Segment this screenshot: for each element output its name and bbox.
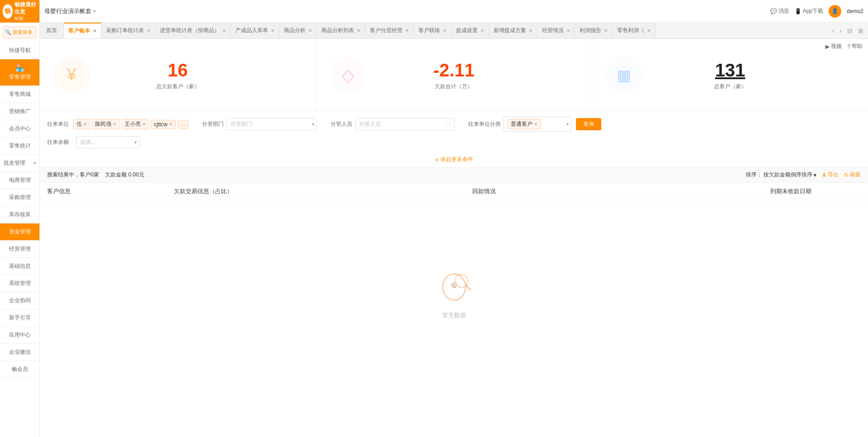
tab-close-product-analysis-list[interactable]: ✕ xyxy=(357,28,360,33)
tab-scroll-right[interactable]: › xyxy=(838,26,844,35)
tab-stock-stats[interactable]: 进货单统计表（按商品） ✕ xyxy=(155,23,231,39)
tab-close-biz-status[interactable]: ✕ xyxy=(566,28,570,33)
tab-product-analysis-list[interactable]: 商品分析列表 ✕ xyxy=(317,23,365,39)
total-customers-label: 总客户（家） xyxy=(714,83,747,90)
app-download-button[interactable]: 📱 App下载 xyxy=(795,7,823,15)
close-tag-wang[interactable]: ✕ xyxy=(142,122,146,127)
empty-illustration: 🔍 xyxy=(432,262,477,308)
col-repayment: 回款情况 xyxy=(472,187,771,195)
collapse-icon: ∧ xyxy=(435,157,439,163)
sidebar-item-wholesale-mgmt[interactable]: 批发管理▾ xyxy=(0,155,39,172)
sidebar-item-marketing[interactable]: 营销推广 xyxy=(0,103,39,120)
tab-profit-report[interactable]: 利润报告 ✕ xyxy=(575,23,613,39)
table-empty-state: 🔍 暂无数据 xyxy=(40,200,868,381)
tab-customer-segment[interactable]: 客户分层经营 ✕ xyxy=(365,23,414,39)
account-selector[interactable]: 母婴行业演示帐套 ▾ xyxy=(44,7,96,15)
stat-total-customers: ▦ 131 总客户（家） xyxy=(592,39,868,111)
close-tag-cj[interactable]: ✕ xyxy=(169,122,173,127)
tab-purchase-orders[interactable]: 采购订单统计表 ✕ xyxy=(101,23,155,39)
tab-close-customer-contact[interactable]: ✕ xyxy=(443,28,446,33)
tab-home[interactable]: 首页 xyxy=(40,23,64,39)
tab-product-analysis[interactable]: 商品分析 ✕ xyxy=(279,23,317,39)
tab-maximize[interactable]: ⊞ xyxy=(856,26,865,35)
filter-row-2: 往来余额 选择... ▾ xyxy=(47,136,861,148)
export-button[interactable]: ⬇ 导出 xyxy=(822,171,839,179)
filter-tag-cj[interactable]: cjttcw ✕ xyxy=(151,120,176,129)
close-tag-chen[interactable]: ✕ xyxy=(113,122,116,127)
overdue-customers-number: 16 xyxy=(156,59,200,81)
tab-close-purchase-orders[interactable]: ✕ xyxy=(147,28,150,33)
stat-info-3: 131 总客户（家） xyxy=(714,59,747,90)
filter-tag-more[interactable]: ... xyxy=(177,120,188,129)
search-menu-button[interactable]: 🔍 搜索菜单 xyxy=(3,26,37,38)
account-name: 母婴行业演示帐套 xyxy=(44,7,91,15)
empty-text: 暂无数据 xyxy=(442,311,466,319)
tab-close-stock-stats[interactable]: ✕ xyxy=(222,28,226,33)
refresh-button[interactable]: ↻ 刷新 xyxy=(844,171,861,179)
filter-tag-ling[interactable]: 伍 ✕ xyxy=(73,119,90,129)
sidebar-item-finance[interactable]: 资金管理 xyxy=(0,223,39,241)
results-right: 排序： 按欠款金额倒序排序 ▾ ⬇ 导出 ↻ 刷新 xyxy=(746,171,861,179)
tabbar: 首页 客户账本 ✕ 采购订单统计表 ✕ 进货单统计表（按商品） ✕ 产成品入库单… xyxy=(40,23,868,39)
sidebar-item-coop[interactable]: 企业协同 xyxy=(0,292,39,309)
query-button[interactable]: 查询 xyxy=(576,118,601,130)
classify-tag-normal[interactable]: 普通客户 ✕ xyxy=(508,119,541,129)
refresh-icon: ↻ xyxy=(844,172,849,178)
main-content: 母婴行业演示帐套 ▾ 💬 消息 📱 App下载 👤 demo2 首页 客户账本 … xyxy=(40,0,868,437)
unit-classify-input[interactable]: 普通客户 ✕ ▾ xyxy=(504,117,571,132)
message-button[interactable]: 💬 消息 xyxy=(770,7,789,15)
filter-tag-wang[interactable]: 王小亮 ✕ xyxy=(121,119,149,129)
tab-customer-contact[interactable]: 客户联络 ✕ xyxy=(414,23,451,39)
close-tag-ling[interactable]: ✕ xyxy=(83,122,87,127)
logo-text: 畅捷通好生意 标版 xyxy=(14,1,37,21)
sidebar-item-retail-mgmt[interactable]: 🏪 零售管理 xyxy=(0,59,39,86)
tab-close-new-raise[interactable]: ✕ xyxy=(529,28,532,33)
sidebar-item-appstore[interactable]: 应用中心 xyxy=(0,327,39,344)
balance-select[interactable]: 选择... ▾ xyxy=(76,136,139,148)
person-label: 分管人员 xyxy=(331,120,352,128)
tab-close-profit-report[interactable]: ✕ xyxy=(604,28,608,33)
unit-classify-wrap: 往来单位分类 普通客户 ✕ ▾ xyxy=(468,117,571,132)
sort-selector[interactable]: 排序： 按欠款金额倒序排序 ▾ xyxy=(746,171,816,179)
tab-raise-settings[interactable]: 提成设置 ✕ xyxy=(451,23,489,39)
table-header: 客户信息 欠款交易信息（占比） 回款情况 到期未收款日期 xyxy=(40,183,868,200)
dept-input[interactable]: 分管部门 ▾ xyxy=(226,118,317,130)
svg-line-2 xyxy=(466,285,470,290)
tab-customer-accounts[interactable]: 客户账本 ✕ xyxy=(64,23,101,39)
sidebar-item-ops[interactable]: 经营管理 xyxy=(0,241,39,258)
sidebar-item-inventory[interactable]: 库存核算 xyxy=(0,206,39,223)
tab-close-product-stock[interactable]: ✕ xyxy=(271,28,274,33)
tab-product-stock-in[interactable]: 产成品入库单 ✕ xyxy=(231,23,279,39)
tab-close-retail-profit[interactable]: ✕ xyxy=(647,28,651,33)
topbar-left: 母婴行业演示帐套 ▾ xyxy=(44,7,767,15)
user-avatar: 👤 xyxy=(829,5,841,18)
tab-close-customer-accounts[interactable]: ✕ xyxy=(93,28,96,33)
sidebar-item-basic[interactable]: 基础信息 xyxy=(0,258,39,275)
tab-minimize[interactable]: ⊟ xyxy=(845,26,854,35)
sidebar-item-guide[interactable]: 新手引导 xyxy=(0,309,39,327)
tab-close-customer-segment[interactable]: ✕ xyxy=(405,28,409,33)
tab-new-raise[interactable]: 新增提成方案 ✕ xyxy=(489,23,537,39)
sidebar-item-purchase[interactable]: 采购管理 xyxy=(0,189,39,206)
sidebar-item-member-center[interactable]: 会员中心 xyxy=(0,120,39,138)
tab-close-raise-settings[interactable]: ✕ xyxy=(480,28,484,33)
balance-select-wrap: 选择... ▾ xyxy=(76,136,139,148)
sort-arrow-icon: ▾ xyxy=(814,172,816,178)
dept-select-wrap: 分管部门 分管部门 ▾ xyxy=(202,118,317,130)
tab-retail-profit[interactable]: 零售利润（ ✕ xyxy=(613,23,656,39)
sidebar-item-retail-mall[interactable]: 零售商城 xyxy=(0,86,39,103)
sidebar-item-system[interactable]: 系统管理 xyxy=(0,275,39,292)
filter-tag-chen[interactable]: 陈民强 ✕ xyxy=(92,119,120,129)
sidebar-item-member[interactable]: 畅会员 xyxy=(0,361,39,378)
username-display[interactable]: demo2 xyxy=(847,8,863,14)
collapse-filters-button[interactable]: ∧ 收起更多条件 xyxy=(47,153,861,167)
sidebar-item-ecommerce[interactable]: 电商管理 xyxy=(0,172,39,189)
tab-close-product-analysis[interactable]: ✕ xyxy=(308,28,312,33)
sidebar-item-wechat[interactable]: 企业微信 xyxy=(0,344,39,361)
tab-biz-status[interactable]: 经营情况 ✕ xyxy=(537,23,575,39)
sidebar-item-retail-stats[interactable]: 零售统计 xyxy=(0,138,39,155)
close-classify-tag[interactable]: ✕ xyxy=(534,122,537,127)
person-input[interactable]: 分管人员 ··· xyxy=(355,118,455,130)
sidebar-quick-nav[interactable]: 快捷导航 xyxy=(0,42,39,59)
tab-scroll-left[interactable]: ‹ xyxy=(830,26,836,35)
